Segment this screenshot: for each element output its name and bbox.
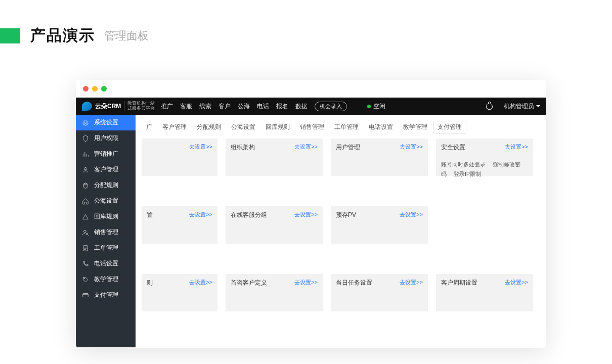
tab[interactable]: 工单管理	[330, 121, 363, 133]
settings-card: 客户周期设置去设置>>	[436, 274, 533, 311]
settings-card: 置去设置>>	[142, 206, 217, 244]
shield-icon	[82, 135, 89, 142]
sidebar-item-label: 用户权限	[94, 134, 118, 143]
card-link[interactable]: 去设置>>	[189, 211, 212, 218]
logo[interactable]: 云朵CRM 教育机构一站 式服务云平台	[82, 101, 155, 111]
card-link[interactable]: 去设置>>	[294, 143, 318, 151]
sidebar-item-card[interactable]: 支付管理	[76, 287, 136, 303]
settings-card: 首咨客户定义去设置>>	[226, 274, 323, 311]
sidebar-item-tag[interactable]: 教学管理	[76, 271, 136, 287]
sidebar-item-label: 支付管理	[94, 291, 118, 299]
bars-icon	[82, 151, 89, 158]
card-link[interactable]: 去设置>>	[505, 143, 528, 151]
svg-point-5	[84, 278, 85, 279]
sidebar-item-label: 分配规则	[94, 181, 118, 190]
minimize-dot[interactable]	[92, 86, 98, 92]
sidebar-item-label: 营销推广	[94, 150, 118, 158]
sidebar-item-doc[interactable]: 工单管理	[76, 240, 136, 256]
page-header: 产品演示 管理面板	[0, 25, 149, 46]
logo-icon	[82, 102, 92, 111]
card-link[interactable]: 去设置>>	[294, 211, 318, 218]
settings-card: 用户管理去设置>>	[331, 139, 428, 176]
tab[interactable]: 公海设置	[227, 121, 260, 133]
logo-tagline: 教育机构一站 式服务云平台	[124, 101, 155, 111]
sidebar-item-home[interactable]: 公海设置	[76, 193, 136, 209]
nav-item[interactable]: 推广	[161, 102, 173, 111]
settings-card: 预存PV去设置>>	[331, 206, 428, 244]
settings-card: 在线客服分组去设置>>	[226, 206, 323, 244]
sidebar-item-label: 回库规则	[94, 212, 118, 221]
doc-icon	[82, 245, 89, 252]
settings-card: 安全设置去设置>>账号同时多处登录强制修改密码登录IP限制	[436, 139, 533, 176]
settings-card: 则去设置>>	[142, 274, 217, 311]
tab[interactable]: 回库规则	[261, 121, 294, 133]
settings-card: 组织架构去设置>>	[226, 139, 323, 176]
settings-icon	[82, 119, 89, 126]
sidebar-item-triangle[interactable]: 回库规则	[76, 209, 136, 224]
card-link[interactable]: 去设置>>	[189, 279, 212, 286]
sidebar-item-hand[interactable]: 分配规则	[76, 177, 136, 193]
nav-item[interactable]: 客户	[218, 102, 231, 111]
sidebar-item-label: 公海设置	[94, 197, 118, 205]
card-link[interactable]: 去设置>>	[400, 279, 423, 286]
svg-point-3	[86, 233, 88, 235]
tab[interactable]: 客户管理	[158, 121, 191, 133]
sidebar-item-bars[interactable]: 营销推广	[76, 146, 136, 162]
settings-card: 去设置>>	[142, 139, 217, 176]
nav-item[interactable]: 客服	[180, 102, 192, 111]
tag-icon	[82, 276, 89, 283]
nav-item[interactable]: 报名	[276, 102, 288, 111]
maximize-dot[interactable]	[101, 86, 107, 92]
tab[interactable]: 教学管理	[399, 121, 432, 133]
tab[interactable]: 分配规则	[192, 121, 226, 133]
sidebar-item-user[interactable]: 客户管理	[76, 162, 136, 177]
page-subtitle: 管理面板	[104, 28, 149, 43]
nav-item[interactable]: 电话	[257, 102, 269, 111]
home-icon	[82, 198, 89, 205]
bell-icon[interactable]	[486, 103, 493, 110]
card-tag: 账号同时多处登录	[441, 161, 486, 167]
card-link[interactable]: 去设置>>	[189, 143, 212, 151]
card-link[interactable]: 去设置>>	[400, 143, 423, 151]
sidebar-item-phone[interactable]: 电话设置	[76, 256, 136, 271]
card-link[interactable]: 去设置>>	[294, 279, 318, 286]
logo-text: 云朵CRM	[95, 102, 121, 111]
svg-rect-6	[83, 293, 89, 297]
topbar: 云朵CRM 教育机构一站 式服务云平台 推广 客服 线索 客户 公海 电话 报名…	[76, 98, 546, 115]
sidebar-item-settings[interactable]: 系统设置	[76, 115, 136, 130]
sidebar-item-label: 电话设置	[94, 259, 118, 268]
card-row: 置去设置>>在线客服分组去设置>>预存PV去设置>>	[142, 206, 540, 244]
tab[interactable]: 电话设置	[364, 121, 398, 133]
sidebar: 系统设置用户权限营销推广客户管理分配规则公海设置回库规则销售管理工单管理电话设置…	[76, 115, 136, 347]
status-label: 空闲	[373, 102, 385, 111]
card-tag: 登录IP限制	[454, 171, 481, 177]
usersearch-icon	[82, 229, 89, 236]
user-icon	[82, 166, 89, 173]
card-row: 去设置>>组织架构去设置>>用户管理去设置>>安全设置去设置>>账号同时多处登录…	[142, 139, 540, 176]
app-window: 云朵CRM 教育机构一站 式服务云平台 推广 客服 线索 客户 公海 电话 报名…	[76, 80, 546, 348]
card-icon	[82, 292, 89, 299]
triangle-icon	[82, 213, 89, 220]
card-link[interactable]: 去设置>>	[505, 279, 528, 286]
status-dot-icon	[367, 105, 371, 108]
card-link[interactable]: 去设置>>	[400, 211, 423, 218]
user-menu[interactable]: 机构管理员	[504, 102, 540, 111]
sidebar-item-usersearch[interactable]: 销售管理	[76, 224, 136, 240]
accent-bar	[0, 28, 20, 43]
tab[interactable]: 广	[142, 121, 157, 133]
settings-card: 当日任务设置去设置>>	[331, 274, 428, 311]
sidebar-item-label: 工单管理	[94, 244, 118, 252]
record-button[interactable]: 机会录入	[315, 102, 347, 111]
tab[interactable]: 销售管理	[295, 121, 329, 133]
status-indicator[interactable]: 空闲	[367, 102, 385, 111]
tab[interactable]: 支付管理	[433, 121, 466, 133]
svg-point-1	[84, 167, 87, 170]
sidebar-item-shield[interactable]: 用户权限	[76, 130, 136, 146]
nav-item[interactable]: 公海	[238, 102, 250, 111]
nav-item[interactable]: 线索	[199, 102, 211, 111]
svg-point-0	[84, 122, 86, 124]
nav-item[interactable]: 数据	[295, 102, 308, 111]
svg-point-2	[84, 230, 86, 233]
card-tags: 账号同时多处登录强制修改密码登录IP限制	[441, 160, 528, 179]
close-dot[interactable]	[83, 86, 89, 92]
